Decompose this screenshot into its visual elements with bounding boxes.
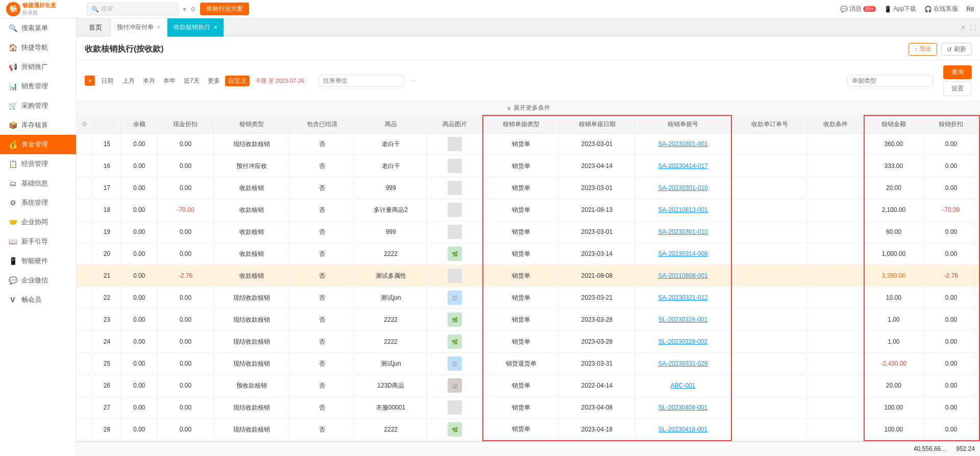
dropdown-arrow[interactable]: ▾ bbox=[183, 5, 186, 13]
sidebar-item-marketing[interactable]: 📢 营销推广 bbox=[0, 57, 76, 77]
tab-home[interactable]: 首页 bbox=[81, 18, 111, 37]
expand-more-row[interactable]: ∨ 展开更多条件 bbox=[77, 102, 980, 115]
messages-btn[interactable]: 💬 消息 99+ bbox=[840, 5, 876, 13]
purchase-icon: 🛒 bbox=[8, 101, 17, 110]
sidebar-item-ops[interactable]: 📋 经营管理 bbox=[0, 154, 76, 174]
cell-goods: 2222 bbox=[355, 331, 427, 353]
system-icon: ⚙ bbox=[8, 198, 17, 207]
app-edition: 标准版 bbox=[22, 9, 56, 16]
cell-writeoff-doc-no[interactable]: SA-20230301-010 bbox=[635, 221, 732, 243]
cell-writeoff-doc-type: 销货单 bbox=[483, 221, 559, 243]
sidebar-item-finance[interactable]: 💰 资金管理 bbox=[0, 135, 76, 154]
app-download-btn[interactable]: 📱 App下载 bbox=[884, 5, 916, 13]
app-icon: 📱 bbox=[884, 6, 892, 13]
cell-writeoff-doc-no[interactable]: SA-20210808-001 bbox=[635, 265, 732, 287]
sidebar-label-search: 搜索菜单 bbox=[21, 23, 48, 33]
doc-no-link[interactable]: SA-20230331-026 bbox=[658, 360, 707, 367]
cell-writeoff-doc-no[interactable]: SA-20230314-008 bbox=[635, 243, 732, 265]
doc-no-link[interactable]: SA-20230301-001 bbox=[658, 140, 707, 148]
date-btn-custom[interactable]: 自定义 bbox=[225, 76, 250, 86]
doc-type-input[interactable] bbox=[847, 75, 933, 87]
cell-writeoff-doc-no[interactable]: SA-20230331-026 bbox=[635, 353, 732, 375]
col-balance: 余额 bbox=[121, 115, 158, 133]
tab-close-all[interactable]: ✕ bbox=[961, 24, 966, 31]
cell-writeoff-doc-type: 销货单 bbox=[483, 309, 559, 331]
cell-writeoff-doc-no[interactable]: SL-20230418-001 bbox=[635, 419, 732, 441]
sidebar-item-member[interactable]: V 畅会员 bbox=[0, 290, 76, 309]
online-support-btn[interactable]: 🎧 在线客服 bbox=[924, 5, 958, 13]
cell-balance: 0.00 bbox=[121, 331, 158, 353]
industry-solution-btn[interactable]: 体验行业方案 bbox=[200, 3, 249, 15]
table-wrapper[interactable]: ⚙ 余额 现金折扣 核销类型 包含已结清 商品 商品图片 核销单据类型 核销单据… bbox=[77, 115, 980, 456]
tab-writeoff[interactable]: 收款核销执行 ✕ bbox=[167, 18, 224, 37]
sidebar-item-wechat[interactable]: 💬 企业微信 bbox=[0, 271, 76, 290]
doc-no-link[interactable]: SA-20230321-012 bbox=[658, 294, 707, 301]
date-btn-more[interactable]: 更多 bbox=[205, 76, 223, 86]
doc-no-link[interactable]: SA-20210808-001 bbox=[658, 272, 707, 279]
filter-expand-btn[interactable]: » bbox=[85, 76, 95, 86]
cell-include-settled: 否 bbox=[289, 199, 355, 221]
date-btn-7days[interactable]: 近7天 bbox=[181, 76, 203, 86]
cell-writeoff-doc-date: 2023-04-18 bbox=[559, 419, 634, 441]
cell-include-settled: 否 bbox=[289, 177, 355, 199]
cell-writeoff-doc-date: 2023-03-28 bbox=[559, 309, 634, 331]
date-btn-lastmonth[interactable]: 上月 bbox=[119, 76, 138, 86]
doc-no-link[interactable]: ABC-001 bbox=[671, 382, 696, 389]
table-row: 22 0.00 0.00 现结收款核销 否 测试jun 🖼 销货单 2023-0… bbox=[77, 287, 979, 309]
doc-no-link[interactable]: SA-20230301-010 bbox=[658, 228, 707, 235]
tab-prepay[interactable]: 预付冲应付单 ✕ bbox=[111, 18, 167, 37]
doc-no-link[interactable]: SA-20230314-008 bbox=[658, 250, 707, 257]
sidebar-label-base: 基础信息 bbox=[21, 179, 48, 188]
cell-writeoff-doc-type: 销货退货单 bbox=[483, 353, 559, 375]
cell-writeoff-doc-type: 销货单 bbox=[483, 397, 559, 419]
cell-receipt-order-no bbox=[731, 177, 807, 199]
top-search-box[interactable]: 🔍 搜索 bbox=[87, 3, 179, 15]
sidebar-item-system[interactable]: ⚙ 系统管理 bbox=[0, 193, 76, 212]
user-avatar[interactable]: Rit bbox=[966, 6, 974, 13]
table-row: 15 0.00 0.00 现结收款核销 否 老白干 销货单 2023-03-01… bbox=[77, 133, 979, 155]
tab-prepay-close[interactable]: ✕ bbox=[157, 25, 161, 30]
cell-writeoff-doc-no[interactable]: SA-20230301-010 bbox=[635, 177, 732, 199]
col-writeoff-doc-no: 核销单据号 bbox=[635, 115, 732, 133]
sidebar-item-base[interactable]: 🗂 基础信息 bbox=[0, 174, 76, 193]
query-btn[interactable]: 查询 bbox=[943, 65, 972, 79]
settings-btn[interactable]: 设置 bbox=[943, 81, 972, 96]
cell-writeoff-doc-no[interactable]: ABC-001 bbox=[635, 375, 732, 397]
doc-no-link[interactable]: SL-20230418-001 bbox=[658, 426, 707, 433]
tab-writeoff-close[interactable]: ✕ bbox=[213, 25, 217, 30]
doc-no-link[interactable]: SA-20230414-017 bbox=[658, 162, 707, 170]
cell-writeoff-doc-no[interactable]: SA-20230301-001 bbox=[635, 133, 732, 155]
cell-writeoff-doc-no[interactable]: SA-20230414-017 bbox=[635, 155, 732, 177]
doc-no-link[interactable]: SL-20230328-001 bbox=[658, 316, 707, 323]
sidebar-item-smart-hw[interactable]: 📱 智能硬件 bbox=[0, 251, 76, 271]
cell-writeoff-doc-no[interactable]: SL-20230328-001 bbox=[635, 309, 732, 331]
sidebar-item-quick-nav[interactable]: 🏠 快捷导航 bbox=[0, 38, 76, 57]
wechat-icon: 💬 bbox=[8, 276, 17, 285]
sidebar-item-search-menu[interactable]: 🔍 搜索菜单 bbox=[0, 18, 76, 38]
cell-writeoff-doc-no[interactable]: SL-20230328-002 bbox=[635, 331, 732, 353]
sidebar-item-sales[interactable]: 📊 销售管理 bbox=[0, 77, 76, 96]
sidebar-item-guide[interactable]: 📖 新手引导 bbox=[0, 232, 76, 251]
doc-no-link[interactable]: SL-20230328-002 bbox=[658, 338, 707, 345]
from-unit-input[interactable] bbox=[318, 75, 404, 87]
cell-writeoff-discount: 0.00 bbox=[923, 243, 979, 265]
doc-no-link[interactable]: SA-20230301-010 bbox=[658, 184, 707, 191]
export-btn[interactable]: ↑ 导出 bbox=[909, 43, 937, 56]
sidebar-item-inventory[interactable]: 📦 库存核算 bbox=[0, 115, 76, 135]
smart-hw-icon: 📱 bbox=[8, 256, 17, 266]
col-settings[interactable]: ⚙ bbox=[77, 115, 93, 133]
sidebar-item-purchase[interactable]: 🛒 采购管理 bbox=[0, 96, 76, 115]
doc-no-link[interactable]: SA-20210813-001 bbox=[658, 206, 707, 213]
cell-writeoff-doc-no[interactable]: SA-20230321-012 bbox=[635, 287, 732, 309]
date-btn-thismonth[interactable]: 本月 bbox=[140, 76, 158, 86]
sidebar-item-collab[interactable]: 🤝 企业协同 bbox=[0, 212, 76, 232]
tab-prepay-label: 预付冲应付单 bbox=[117, 23, 154, 32]
date-btn-thisyear[interactable]: 本年 bbox=[160, 76, 179, 86]
gear-icon[interactable]: ⚙ bbox=[190, 6, 196, 13]
cell-writeoff-doc-no[interactable]: SL-20230408-001 bbox=[635, 397, 732, 419]
cell-writeoff-doc-no[interactable]: SA-20210813-001 bbox=[635, 199, 732, 221]
refresh-btn[interactable]: ↺ 刷新 bbox=[941, 43, 972, 56]
tab-fullscreen[interactable]: ⛶ bbox=[970, 24, 976, 31]
cell-goods-img: 🌿 bbox=[427, 419, 483, 441]
doc-no-link[interactable]: SL-20230408-001 bbox=[658, 404, 707, 411]
